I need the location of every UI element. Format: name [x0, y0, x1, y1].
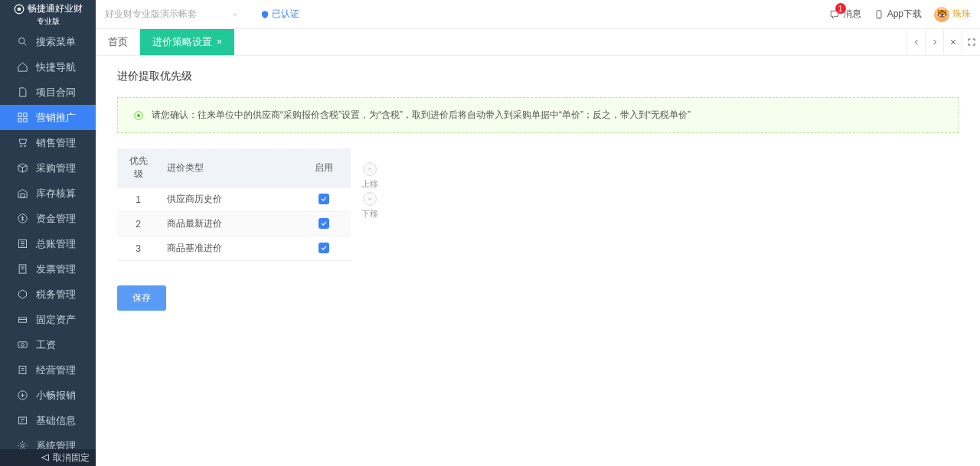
- sidebar-item-label: 系统管理: [36, 439, 76, 450]
- tab-active-label: 进价策略设置: [152, 35, 212, 49]
- sidebar-pin-toggle[interactable]: 取消固定: [0, 449, 96, 466]
- sidebar-item-7[interactable]: 资金管理: [0, 206, 96, 231]
- svg-rect-6: [18, 119, 21, 122]
- money-icon: [17, 213, 28, 224]
- sidebar-item-label: 经营管理: [36, 363, 76, 377]
- table-row[interactable]: 2商品最新进价: [117, 212, 351, 236]
- sidebar-item-label: 基础信息: [36, 414, 76, 428]
- sidebar-item-8[interactable]: 总账管理: [0, 231, 96, 256]
- manage-icon: [17, 364, 28, 376]
- warehouse-icon: [17, 187, 28, 199]
- sidebar-item-9[interactable]: 发票管理: [0, 256, 96, 282]
- page-title: 进价提取优先级: [117, 70, 959, 83]
- company-selector[interactable]: 好业财专业版演示帐套: [105, 8, 239, 21]
- tab-home[interactable]: 首页: [96, 29, 140, 55]
- company-name: 好业财专业版演示帐套: [105, 8, 197, 21]
- messages-button[interactable]: 消息 1: [829, 8, 861, 21]
- sidebar-item-10[interactable]: 税务管理: [0, 282, 96, 307]
- sidebar-item-label: 小畅报销: [36, 389, 76, 402]
- tab-close-icon[interactable]: ×: [217, 37, 222, 47]
- sidebar-item-label: 库存核算: [36, 187, 76, 200]
- th-type: 进价类型: [159, 148, 297, 187]
- info-banner: 请您确认：往来单位中的供应商“采购报价含税”设置，为“含税”，取到进价后将自动带…: [117, 97, 959, 133]
- svg-rect-19: [19, 318, 27, 322]
- th-priority: 优先级: [117, 148, 159, 187]
- sidebar: 畅捷通好业财 专业版 搜索菜单快捷导航项目合同营销推广销售管理采购管理库存核算资…: [0, 0, 96, 466]
- sidebar-item-4[interactable]: 销售管理: [0, 130, 96, 155]
- sidebar-item-15[interactable]: 基础信息: [0, 408, 96, 433]
- sidebar-item-14[interactable]: 小畅报销: [0, 383, 96, 408]
- svg-point-37: [137, 114, 140, 117]
- svg-rect-5: [24, 113, 27, 116]
- tab-close-all-button[interactable]: [943, 29, 962, 56]
- sidebar-item-1[interactable]: 快捷导航: [0, 54, 96, 80]
- box-icon: [17, 162, 28, 174]
- cell-priority: 3: [117, 236, 159, 261]
- svg-marker-31: [42, 455, 49, 461]
- svg-rect-21: [18, 342, 27, 348]
- user-name: 珠珠: [952, 8, 971, 21]
- user-menu[interactable]: 🐯 珠珠: [934, 7, 971, 22]
- info-icon: [133, 110, 144, 121]
- fullscreen-button[interactable]: [962, 29, 980, 56]
- move-up-label: 上移: [361, 178, 378, 190]
- sidebar-item-label: 项目合同: [36, 86, 76, 99]
- cert-label: 已认证: [272, 8, 299, 21]
- settings-icon: [17, 440, 28, 449]
- file-icon: [17, 86, 28, 98]
- sidebar-item-13[interactable]: 经营管理: [0, 357, 96, 383]
- table-row[interactable]: 1供应商历史价: [117, 187, 351, 212]
- asset-icon: [17, 314, 28, 325]
- svg-rect-27: [19, 417, 27, 424]
- messages-count: 1: [835, 3, 846, 14]
- brand-edition: 专业版: [37, 16, 60, 27]
- sidebar-item-16[interactable]: 系统管理: [0, 433, 96, 449]
- checkbox-icon[interactable]: [318, 243, 329, 253]
- sidebar-item-12[interactable]: 工资: [0, 332, 96, 357]
- grid-icon: [17, 112, 28, 123]
- sidebar-item-5[interactable]: 采购管理: [0, 155, 96, 181]
- sidebar-item-2[interactable]: 项目合同: [0, 80, 96, 105]
- app-download-button[interactable]: App下载: [874, 8, 922, 21]
- info-icon: [17, 415, 28, 426]
- sidebar-footer-label: 取消固定: [53, 451, 90, 464]
- svg-point-22: [21, 344, 24, 347]
- sidebar-item-6[interactable]: 库存核算: [0, 181, 96, 206]
- sidebar-item-3[interactable]: 营销推广: [0, 105, 96, 130]
- tab-price-strategy[interactable]: 进价策略设置 ×: [140, 29, 234, 55]
- move-down-label: 下移: [361, 208, 378, 220]
- checkbox-icon[interactable]: [318, 218, 329, 229]
- sidebar-item-label: 资金管理: [36, 212, 76, 226]
- sidebar-item-11[interactable]: 固定资产: [0, 307, 96, 332]
- ledger-icon: [17, 238, 28, 249]
- sidebar-item-label: 税务管理: [36, 288, 76, 301]
- cert-badge[interactable]: 已认证: [260, 8, 299, 21]
- svg-point-9: [24, 145, 26, 147]
- cell-enable: [297, 212, 351, 236]
- sidebar-item-label: 搜索菜单: [36, 35, 76, 49]
- svg-line-3: [24, 43, 26, 45]
- cart-icon: [17, 137, 28, 148]
- sidebar-item-0[interactable]: 搜索菜单: [0, 29, 96, 54]
- table-row[interactable]: 3商品基准进价: [117, 236, 351, 261]
- reimburse-icon: [17, 389, 28, 401]
- tab-bar: 首页 进价策略设置 ×: [96, 29, 980, 56]
- svg-rect-10: [21, 194, 24, 197]
- tab-home-label: 首页: [108, 35, 128, 49]
- sidebar-item-label: 工资: [36, 338, 56, 352]
- save-button[interactable]: 保存: [117, 285, 166, 311]
- move-up-button[interactable]: 上移: [361, 162, 378, 190]
- chevron-up-icon: [363, 162, 377, 176]
- user-avatar-icon: 🐯: [934, 7, 949, 22]
- move-down-button[interactable]: 下移: [361, 192, 378, 220]
- cell-priority: 2: [117, 212, 159, 236]
- sidebar-item-label: 固定资产: [36, 313, 76, 327]
- checkbox-icon[interactable]: [318, 194, 329, 204]
- download-label: App下载: [887, 8, 922, 21]
- tab-prev-button[interactable]: [906, 29, 925, 56]
- cell-enable: [297, 236, 351, 261]
- search-icon: [17, 36, 28, 47]
- tab-next-button[interactable]: [925, 29, 943, 56]
- sidebar-item-label: 快捷导航: [36, 60, 76, 74]
- invoice-icon: [17, 263, 28, 275]
